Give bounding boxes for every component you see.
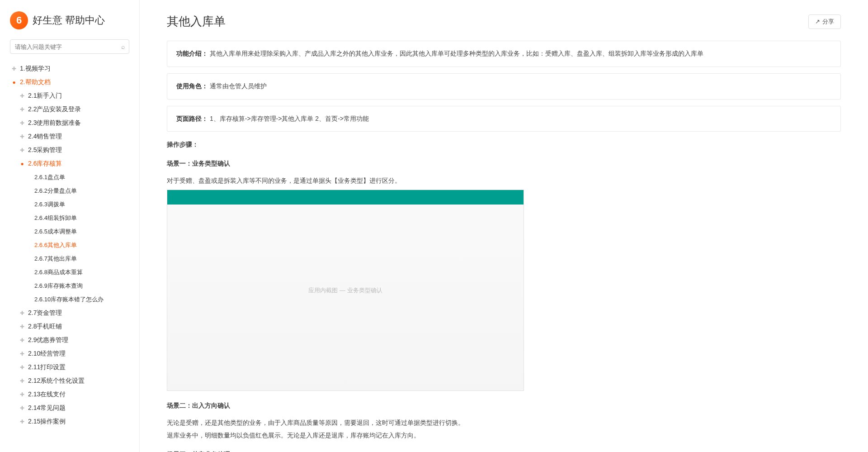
nav-item-2-3[interactable]: ✚2.3使用前数据准备	[10, 116, 129, 130]
plus-icon: ✚	[18, 337, 26, 343]
intro-panel: 功能介绍：其他入库单用来处理除采购入库、产成品入库之外的其他入库业务，因此其他入…	[167, 41, 841, 67]
plus-icon: ✚	[18, 310, 26, 316]
scene1-text: 对于受赠、盘盈或是拆装入库等不同的业务，是通过单据头【业务类型】进行区分。	[167, 174, 841, 187]
nav-item-2-10[interactable]: ✚2.10经营管理	[10, 347, 129, 361]
nav-item-2-11[interactable]: ✚2.11打印设置	[10, 361, 129, 374]
nav-item-2-4[interactable]: ✚2.4销售管理	[10, 130, 129, 143]
article-body: 操作步骤： 场景一：业务类型确认 对于受赠、盘盈或是拆装入库等不同的业务，是通过…	[167, 138, 841, 452]
path-panel: 页面路径：1、库存核算->库存管理->其他入库单 2、首页->常用功能	[167, 106, 841, 132]
minus-icon: ●	[18, 161, 26, 167]
nav-label: 2.15操作案例	[28, 418, 66, 426]
nav-item-2-6-10[interactable]: 2.6.10库存账本错了怎么办	[10, 293, 129, 306]
role-label: 使用角色：	[176, 82, 208, 90]
intro-label: 功能介绍：	[176, 50, 208, 57]
nav-label: 2.6.6其他入库单	[34, 241, 77, 249]
nav-item-2-5[interactable]: ✚2.5采购管理	[10, 143, 129, 157]
nav-label: 2.4销售管理	[28, 133, 62, 141]
share-label: 分享	[822, 18, 834, 26]
plus-icon: ✚	[18, 378, 26, 384]
nav-item-2-14[interactable]: ✚2.14常见问题	[10, 401, 129, 415]
scene2-line1: 无论是受赠，还是其他类型的业务，由于入库商品质量等原因，需要退回，这时可通过单据…	[167, 416, 841, 429]
nav-item-2-6-2[interactable]: 2.6.2分量盘点单	[10, 184, 129, 198]
nav-tree: ✚1.视频学习 ●2.帮助文档 ✚2.1新手入门 ✚2.2产品安装及登录 ✚2.…	[10, 62, 129, 428]
nav-label: 2.6.9库存账本查询	[34, 282, 83, 290]
nav-item-2-2[interactable]: ✚2.2产品安装及登录	[10, 103, 129, 116]
nav-label: 2.9优惠券管理	[28, 336, 68, 344]
nav-item-2-6-7[interactable]: 2.6.7其他出库单	[10, 252, 129, 266]
nav-label: 2.6.2分量盘点单	[34, 187, 77, 195]
scene2-title: 场景二：出入方向确认	[167, 399, 841, 412]
minus-icon: ●	[10, 79, 18, 86]
nav-label: 2.6库存核算	[28, 160, 62, 168]
nav-item-2-6-8[interactable]: 2.6.8商品成本重算	[10, 266, 129, 279]
plus-icon: ✚	[18, 405, 26, 411]
nav-label: 1.视频学习	[20, 65, 51, 73]
nav-label: 2.8手机旺铺	[28, 323, 62, 331]
nav-item-2-7[interactable]: ✚2.7资金管理	[10, 306, 129, 320]
search-box: ⌕	[10, 39, 129, 54]
plus-icon: ✚	[18, 351, 26, 357]
nav-item-2-13[interactable]: ✚2.13在线支付	[10, 388, 129, 401]
plus-icon: ✚	[18, 364, 26, 371]
nav-item-2-1[interactable]: ✚2.1新手入门	[10, 89, 129, 103]
plus-icon: ✚	[18, 120, 26, 126]
sidebar: 6 好生意 帮助中心 ⌕ ✚1.视频学习 ●2.帮助文档 ✚2.1新手入门 ✚2…	[0, 0, 140, 452]
search-input[interactable]	[10, 39, 129, 54]
plus-icon: ✚	[18, 324, 26, 330]
nav-item-docs[interactable]: ●2.帮助文档	[10, 76, 129, 89]
main-content: 其他入库单 ↗ 分享 功能介绍：其他入库单用来处理除采购入库、产成品入库之外的其…	[140, 0, 868, 452]
role-text: 通常由仓管人员维护	[210, 82, 267, 90]
nav-label: 2.1新手入门	[28, 92, 62, 100]
intro-text: 其他入库单用来处理除采购入库、产成品入库之外的其他入库业务，因此其他入库单可处理…	[210, 50, 703, 57]
nav-item-2-8[interactable]: ✚2.8手机旺铺	[10, 320, 129, 333]
plus-icon: ✚	[18, 106, 26, 113]
scene2-line2: 退库业务中，明细数量均以负值红色展示。无论是入库还是退库，库存账均记在入库方向。	[167, 429, 841, 442]
nav-label: 2.5采购管理	[28, 146, 62, 154]
plus-icon: ✚	[18, 147, 26, 153]
nav-item-2-6-4[interactable]: 2.6.4组装拆卸单	[10, 211, 129, 225]
nav-item-2-9[interactable]: ✚2.9优惠券管理	[10, 333, 129, 347]
nav-label: 2.3使用前数据准备	[28, 119, 81, 127]
path-label: 页面路径：	[176, 115, 208, 122]
nav-label: 2.6.7其他出库单	[34, 255, 77, 263]
nav-label: 2.2产品安装及登录	[28, 105, 81, 114]
plus-icon: ✚	[18, 133, 26, 140]
nav-item-2-15[interactable]: ✚2.15操作案例	[10, 415, 129, 428]
nav-label: 2.10经营管理	[28, 350, 66, 358]
nav-label: 2.13在线支付	[28, 390, 66, 399]
page-title: 其他入库单	[167, 14, 226, 29]
nav-label: 2.6.5成本调整单	[34, 228, 77, 236]
nav-label: 2.11打印设置	[28, 363, 66, 371]
scene1-title: 场景一：业务类型确认	[167, 157, 841, 170]
nav-label: 2.6.1盘点单	[34, 173, 65, 181]
steps-heading: 操作步骤：	[167, 138, 841, 151]
plus-icon: ✚	[18, 391, 26, 398]
nav-label: 2.14常见问题	[28, 404, 66, 412]
plus-icon: ✚	[18, 93, 26, 99]
scene3-title: 场景三：其它业务处理	[167, 448, 841, 452]
brand-logo: 6	[10, 11, 28, 29]
path-text: 1、库存核算->库存管理->其他入库单 2、首页->常用功能	[210, 115, 369, 122]
plus-icon: ✚	[18, 419, 26, 425]
nav-label: 2.帮助文档	[20, 78, 51, 86]
nav-item-2-12[interactable]: ✚2.12系统个性化设置	[10, 374, 129, 388]
page-header: 其他入库单 ↗ 分享	[167, 14, 841, 29]
nav-item-video[interactable]: ✚1.视频学习	[10, 62, 129, 76]
nav-item-2-6-3[interactable]: 2.6.3调拨单	[10, 198, 129, 211]
nav-item-2-6-1[interactable]: 2.6.1盘点单	[10, 171, 129, 184]
share-icon: ↗	[815, 18, 820, 25]
nav-item-2-6[interactable]: ●2.6库存核算	[10, 157, 129, 171]
brand: 6 好生意 帮助中心	[10, 11, 129, 29]
inline-screenshot	[167, 190, 524, 391]
nav-label: 2.6.8商品成本重算	[34, 268, 83, 276]
plus-icon: ✚	[10, 66, 18, 72]
nav-label: 2.6.4组装拆卸单	[34, 214, 77, 222]
nav-label: 2.7资金管理	[28, 309, 62, 317]
nav-label: 2.6.10库存账本错了怎么办	[34, 295, 104, 304]
search-icon[interactable]: ⌕	[121, 43, 125, 50]
nav-item-2-6-5[interactable]: 2.6.5成本调整单	[10, 225, 129, 238]
nav-label: 2.12系统个性化设置	[28, 377, 85, 385]
nav-item-2-6-6[interactable]: 2.6.6其他入库单	[10, 238, 129, 252]
share-button[interactable]: ↗ 分享	[808, 14, 841, 29]
nav-item-2-6-9[interactable]: 2.6.9库存账本查询	[10, 279, 129, 293]
